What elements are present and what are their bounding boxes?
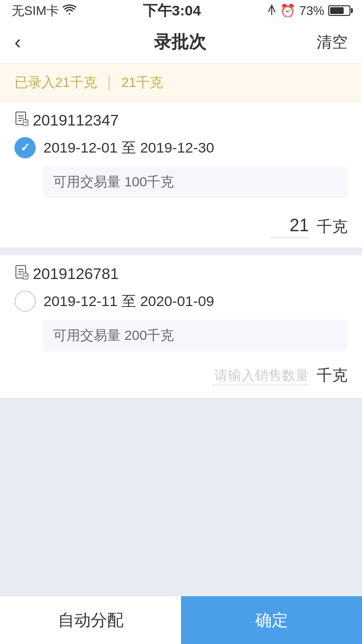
- batch-2-qty-input[interactable]: 请输入销售数量: [212, 366, 309, 385]
- batch-1-qty-row: 21 千克: [0, 208, 362, 248]
- batch-2-id-row: 2019126781: [14, 265, 348, 283]
- status-right: ⏰ 73%: [267, 3, 350, 18]
- status-left: 无SIM卡: [12, 2, 76, 19]
- wifi-icon: [63, 3, 76, 18]
- recorded-qty-label: 已录入21千克: [14, 73, 97, 92]
- batch-2-radio[interactable]: [14, 291, 36, 312]
- bottom-bar: 自动分配 确定: [0, 596, 362, 644]
- sim-status: 无SIM卡: [12, 2, 59, 19]
- batch-2-item[interactable]: 2019126781 2019-12-11 至 2020-01-09 可用交易量…: [0, 255, 362, 361]
- batch-2-date-row[interactable]: 2019-12-11 至 2020-01-09: [14, 291, 348, 312]
- nav-bar: ‹ 录批次 清空: [0, 21, 362, 64]
- batch-1-id-row: 2019112347: [14, 112, 348, 129]
- batch-1-radio[interactable]: ✓: [14, 137, 36, 158]
- auto-distribute-button[interactable]: 自动分配: [0, 596, 181, 644]
- batch-2-id: 2019126781: [33, 265, 119, 283]
- doc-icon-2: [14, 265, 29, 283]
- page-title: 录批次: [154, 30, 206, 54]
- batch-2-date: 2019-12-11 至 2020-01-09: [43, 292, 214, 311]
- banner-divider: [109, 75, 110, 90]
- batch-1-qty-value: 21: [290, 215, 309, 235]
- batch-2-container: 2019126781 2019-12-11 至 2020-01-09 可用交易量…: [0, 255, 362, 398]
- alarm-icon: ⏰: [280, 3, 295, 18]
- status-bar: 无SIM卡 下午3:04 ⏰ 73%: [0, 0, 362, 21]
- info-banner: 已录入21千克 21千克: [0, 64, 362, 102]
- empty-area: [0, 398, 362, 601]
- batch-2-available-qty: 可用交易量 200千克: [43, 320, 348, 351]
- batch-1-qty-input[interactable]: 21: [270, 215, 309, 238]
- back-button[interactable]: ‹: [14, 31, 43, 53]
- recorded-qty-value: 21千克: [121, 73, 163, 92]
- clear-button[interactable]: 清空: [317, 32, 348, 53]
- batch-1-date-row[interactable]: ✓ 2019-12-01 至 2019-12-30: [14, 137, 348, 158]
- confirm-button[interactable]: 确定: [181, 596, 362, 644]
- batch-1-date: 2019-12-01 至 2019-12-30: [43, 138, 214, 158]
- section-divider: [0, 248, 362, 255]
- check-icon: ✓: [20, 141, 30, 154]
- location-icon: [267, 3, 276, 18]
- batch-1-id: 2019112347: [33, 112, 119, 129]
- batch-2-unit: 千克: [317, 365, 348, 386]
- batch-2-qty-row[interactable]: 请输入销售数量 千克: [0, 361, 362, 398]
- batch-1-unit: 千克: [317, 216, 348, 238]
- batch-1-available-qty: 可用交易量 100千克: [43, 166, 348, 198]
- status-time: 下午3:04: [143, 1, 201, 21]
- batch-1-container: 2019112347 ✓ 2019-12-01 至 2019-12-30 可用交…: [0, 102, 362, 248]
- batch-1-item[interactable]: 2019112347 ✓ 2019-12-01 至 2019-12-30 可用交…: [0, 102, 362, 208]
- battery-icon: [328, 5, 350, 16]
- battery-percent: 73%: [299, 3, 324, 18]
- doc-icon-1: [14, 112, 29, 129]
- batch-2-qty-placeholder: 请输入销售数量: [214, 366, 309, 385]
